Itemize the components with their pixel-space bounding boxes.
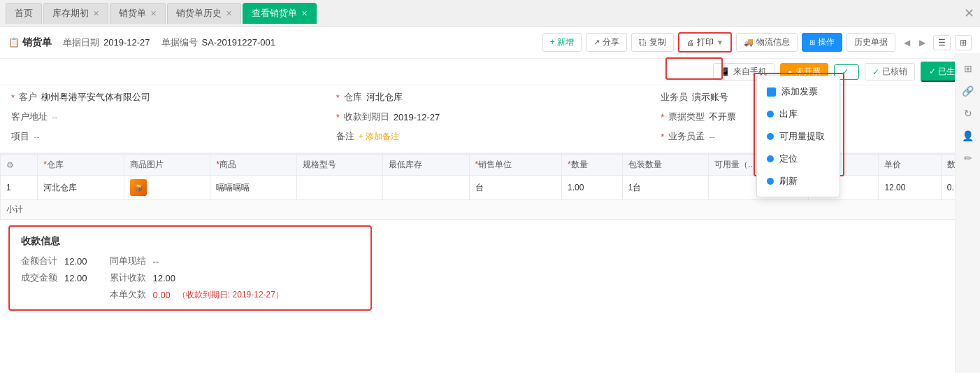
close-sales-tab[interactable]: ✕ <box>150 9 157 18</box>
row-min-stock <box>383 176 469 200</box>
col-img: 商品图片 <box>124 155 210 176</box>
summary-col-1: 金额合计 12.00 成交金额 12.00 <box>21 255 87 301</box>
main-content: 📋 销货单 单据日期 2019-12-27 单据编号 SA-20191227-0… <box>0 27 980 373</box>
logistics-button[interactable]: 🚚 物流信息 <box>736 33 798 52</box>
refresh-item[interactable]: 刷新 <box>757 170 840 192</box>
next-arrow[interactable]: ▶ <box>915 36 929 50</box>
row-unit: 台 <box>469 176 561 200</box>
col-qty: *数量 <box>561 155 622 176</box>
locate-item[interactable]: 定位 <box>757 148 840 170</box>
tab-sales-history[interactable]: 销货单历史 ✕ <box>167 3 241 24</box>
tab-view-sales[interactable]: 查看销货单 ✕ <box>243 3 317 24</box>
close-view-sales-tab[interactable]: ✕ <box>301 9 308 18</box>
nav-arrows: ◀ ▶ <box>900 36 929 50</box>
tab-home[interactable]: 首页 <box>6 3 42 24</box>
date-value: 2019-12-27 <box>103 37 150 48</box>
num-value: SA-20191227-001 <box>202 37 276 48</box>
copy-button[interactable]: ⿻ 复制 <box>631 33 674 52</box>
tab-inventory[interactable]: 库存期初 ✕ <box>43 3 108 24</box>
col-min-stock: 最低库存 <box>383 155 469 176</box>
panel-expand-button[interactable]: ⊞ <box>958 59 978 78</box>
col-warehouse: *仓库 <box>38 155 124 176</box>
col-pack: 包装数量 <box>622 155 708 176</box>
summary-total-row: 金额合计 12.00 <box>21 255 87 267</box>
add-invoice-item[interactable]: 添加发票 <box>757 80 840 103</box>
customer-field: * 客户 柳州粤港平安气体有限公司 <box>11 91 319 104</box>
available-qty-item[interactable]: 可用量提取 <box>757 125 840 148</box>
col-spec: 规格型号 <box>296 155 382 176</box>
panel-user-button[interactable]: 👤 <box>958 126 978 146</box>
tab-sales[interactable]: 销货单 ✕ <box>110 3 166 24</box>
gear-icon: ⚙ <box>6 160 14 170</box>
col-product: *商品 <box>210 155 296 176</box>
grid-view-button[interactable]: ⊞ <box>955 35 972 50</box>
close-inventory-tab[interactable]: ✕ <box>93 9 99 18</box>
close-all-button[interactable]: ✕ <box>964 6 974 21</box>
tab-bar: 首页 库存期初 ✕ 销货单 ✕ 销货单历史 ✕ 查看销货单 ✕ ✕ <box>0 0 980 27</box>
invoice-icon <box>767 87 776 97</box>
row-pack: 1台 <box>622 176 708 200</box>
summary-settle-row: 同单现结 -- <box>110 255 284 267</box>
warehouse-field: * 仓库 河北仓库 <box>336 91 644 104</box>
row-warehouse: 河北仓库 <box>38 176 124 200</box>
operate-button[interactable]: ⊞ 操作 <box>802 33 842 52</box>
date-label: 单据日期 <box>63 36 99 49</box>
share-button[interactable]: ↗ 分享 <box>586 33 627 52</box>
summary-title: 收款信息 <box>21 235 359 248</box>
outbound-item[interactable]: 出库 <box>757 103 840 125</box>
summary-col-2: 同单现结 -- 累计收款 12.00 本单欠款 0.00 （收款到期日: 201… <box>110 255 284 301</box>
sales-order-icon: 📋 <box>8 37 20 48</box>
refresh2-icon: ↻ <box>964 108 972 119</box>
list-view-button[interactable]: ☰ <box>933 35 951 50</box>
doc-type-label: 销货单 <box>22 36 52 49</box>
link-icon: 🔗 <box>962 85 974 97</box>
print-button[interactable]: 🖨 打印 ▼ <box>678 32 732 52</box>
note-field: 备注 + 添加备注 <box>336 130 644 143</box>
col-price: 单价 <box>879 155 941 176</box>
product-image: 📦 <box>130 179 147 196</box>
subtotal-row: 小计 <box>1 200 980 220</box>
project-field: 项目 -- <box>11 130 319 143</box>
new-button[interactable]: + 新增 <box>542 33 582 52</box>
address-field: 客户地址 -- <box>11 111 319 123</box>
subtotal-label: 小计 <box>1 200 980 220</box>
operations-dropdown: 添加发票 出库 可用量提取 定位 刷新 <box>756 76 840 197</box>
summary-deal-row: 成交金额 12.00 <box>21 272 87 284</box>
user-icon: 👤 <box>962 130 974 141</box>
row-img: 📦 <box>124 176 210 200</box>
refresh-icon2 <box>767 178 774 185</box>
row-no: 1 <box>1 176 38 200</box>
edit-icon: ✏ <box>964 153 972 164</box>
summary-cumulative-row: 累计收款 12.00 <box>110 272 284 284</box>
close-sales-history-tab[interactable]: ✕ <box>226 9 232 18</box>
history-button[interactable]: 历史单据 <box>846 33 895 52</box>
summary-debt-row: 本单欠款 0.00 （收款到期日: 2019-12-27） <box>110 288 284 301</box>
col-config[interactable]: ⚙ <box>1 155 38 176</box>
expand-icon: ⊞ <box>964 63 972 74</box>
panel-edit-button[interactable]: ✏ <box>958 148 978 168</box>
right-panel: ⊞ 🔗 ↻ 👤 ✏ ⛶ <box>955 53 980 373</box>
panel-refresh-button[interactable]: ↻ <box>958 104 978 123</box>
print-button-wrapper: 🖨 打印 ▼ <box>678 32 732 52</box>
row-qty: 1.00 <box>561 176 622 200</box>
add-note-button[interactable]: + 添加备注 <box>359 131 399 143</box>
col-unit: *销售单位 <box>469 155 561 176</box>
locate-icon <box>767 155 774 162</box>
num-label: 单据编号 <box>161 36 198 49</box>
outbound-icon <box>767 111 774 118</box>
summary-box: 收款信息 金额合计 12.00 成交金额 12.00 同单现结 -- <box>8 225 372 311</box>
panel-link-button[interactable]: 🔗 <box>958 81 978 101</box>
row-spec <box>296 176 382 200</box>
summary-rows: 金额合计 12.00 成交金额 12.00 同单现结 -- 累计收款 <box>21 255 359 301</box>
row-price: 12.00 <box>879 176 941 200</box>
available-icon <box>767 133 774 140</box>
sold-button[interactable]: ✓ 已核销 <box>865 63 915 80</box>
prev-arrow[interactable]: ◀ <box>900 36 914 50</box>
row-product: 嗝嗝嗝嗝 <box>210 176 296 200</box>
debt-note: （收款到期日: 2019-12-27） <box>178 289 284 301</box>
payment-date-field: * 收款到期日 2019-12-27 <box>336 111 644 123</box>
